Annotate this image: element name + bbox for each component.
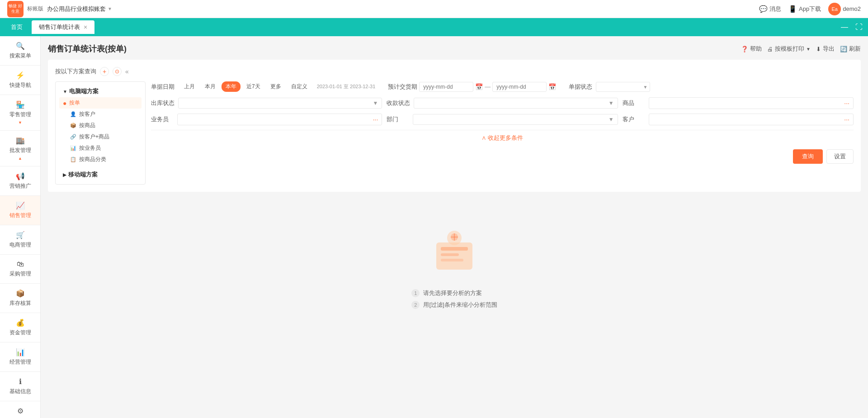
- top-bar-left: 畅捷 好生意 标账版 办公用品行业模拟账套 ▼: [7, 1, 112, 17]
- template-print-button[interactable]: 🖨 按模板打印 ▼: [767, 45, 811, 53]
- chevron-down-icon: ▼: [806, 47, 811, 52]
- svg-rect-3: [441, 259, 463, 261]
- receipt-status-dropdown-icon: ▼: [609, 100, 614, 106]
- scheme-item-by-salesman[interactable]: 📊 按业务员: [59, 142, 142, 154]
- date-btn-more[interactable]: 更多: [266, 81, 285, 92]
- sidebar-item-marketing[interactable]: 📢 营销推广: [0, 166, 40, 196]
- sidebar-item-search[interactable]: 🔍 搜索菜单: [0, 36, 40, 66]
- date-range-text: 2023-01-01 至 2023-12-31: [317, 83, 376, 90]
- help-icon: ❓: [741, 46, 748, 52]
- expected-date-label: 预计交货期: [388, 83, 417, 91]
- logo: 畅捷 好生意: [7, 1, 24, 17]
- content-area: 销售订单统计表(按单) ❓ 帮助 🖨 按模板打印 ▼ ⬇ 导出 🔄 刷新: [41, 36, 868, 418]
- tab-bar-actions: — ⛶: [839, 21, 864, 33]
- triangle-right-icon: ▼: [63, 89, 67, 94]
- sidebar-item-finance[interactable]: 💰 资金管理: [0, 313, 40, 342]
- scheme-item-by-goods[interactable]: 📦 按商品: [59, 120, 142, 131]
- inventory-icon: 📦: [16, 289, 25, 298]
- scheme-item-by-customer-goods[interactable]: 🔗 按客户+商品: [59, 131, 142, 142]
- customer-select[interactable]: ···: [649, 114, 854, 125]
- maximize-button[interactable]: ⛶: [854, 21, 864, 33]
- salesman-more-icon[interactable]: ···: [373, 116, 378, 123]
- app-dropdown[interactable]: 办公用品行业模拟账套 ▼: [47, 5, 112, 13]
- dept-select[interactable]: ▼: [413, 114, 618, 125]
- empty-illustration: [427, 224, 481, 280]
- empty-tips: 1 请先选择要分析的方案 2 用[过滤]条件来缩小分析范围: [411, 289, 497, 309]
- date-btn-last-month[interactable]: 上月: [180, 81, 199, 92]
- goods-more-icon[interactable]: ···: [844, 100, 849, 107]
- setting-button[interactable]: 设置: [826, 149, 854, 164]
- print-icon: 🖨: [767, 46, 773, 52]
- calendar-end-icon[interactable]: 📅: [548, 83, 556, 90]
- status-label: 单据状态: [569, 83, 592, 91]
- tab-close-button[interactable]: ×: [84, 24, 87, 31]
- salesman-item: 业务员 ···: [151, 114, 382, 125]
- status-select[interactable]: [596, 82, 650, 92]
- scheme-item-by-customer[interactable]: 👤 按客户: [59, 109, 142, 120]
- date-btn-this-month[interactable]: 本月: [201, 81, 220, 92]
- date-shortcuts: 上月 本月 本年 近7天 更多 自定义: [180, 81, 311, 92]
- expected-date-end-input[interactable]: [492, 82, 547, 92]
- goods-select[interactable]: ···: [649, 97, 854, 109]
- scheme-item-by-category[interactable]: 📋 按商品分类: [59, 154, 142, 165]
- tab-bar: 首页 销售订单统计表 × — ⛶: [0, 18, 868, 36]
- user-profile[interactable]: Ea demo2: [828, 3, 861, 15]
- sidebar-item-ecommerce[interactable]: 🛒 电商管理: [0, 225, 40, 255]
- expected-date-group: 预计交货期 📅 — 📅: [388, 82, 556, 92]
- sidebar-item-inventory[interactable]: 📦 库存核算: [0, 284, 40, 313]
- filter-grid-row1: 出库状态 ▼ 收款状态 ▼: [151, 97, 854, 109]
- page-title: 销售订单统计表(按单): [48, 43, 127, 54]
- scheme-edit-button[interactable]: ⊙: [113, 67, 122, 76]
- collapse-row[interactable]: ∧ 收起更多条件: [151, 130, 854, 146]
- sidebar-item-wholesale[interactable]: 🏬 批发管理 ▲: [0, 131, 40, 166]
- order-icon: ●: [63, 100, 66, 107]
- export-icon: ⬇: [816, 46, 821, 52]
- help-button[interactable]: ❓ 帮助: [741, 45, 762, 53]
- message-button[interactable]: 💬 消息: [759, 5, 781, 13]
- sidebar-item-basic-info[interactable]: ℹ 基础信息: [0, 372, 40, 401]
- customer-icon: 👤: [70, 111, 76, 117]
- refresh-button[interactable]: 🔄 刷新: [840, 45, 861, 53]
- sidebar-item-quick-nav[interactable]: ⚡ 快捷导航: [0, 66, 40, 95]
- sidebar-item-system[interactable]: ⚙ 系统管理: [0, 401, 40, 418]
- date-btn-custom[interactable]: 自定义: [287, 81, 311, 92]
- scheme-add-button[interactable]: +: [100, 67, 109, 76]
- link-icon: 🔗: [70, 134, 76, 140]
- customer-more-icon[interactable]: ···: [844, 116, 849, 123]
- sidebar: 🔍 搜索菜单 ⚡ 快捷导航 🏪 零售管理 ▼ 🏬 批发管理 ▲ 📢 营销推广 📈…: [0, 36, 41, 418]
- sidebar-item-retail[interactable]: 🏪 零售管理 ▼: [0, 95, 40, 131]
- date-btn-this-year[interactable]: 本年: [222, 81, 241, 92]
- avatar: Ea: [828, 3, 841, 15]
- query-button[interactable]: 查询: [793, 149, 823, 164]
- sidebar-item-sales[interactable]: 📈 销售管理: [0, 196, 40, 225]
- minimize-button[interactable]: —: [839, 21, 850, 33]
- calendar-start-icon[interactable]: 📅: [475, 83, 483, 90]
- finance-icon: 💰: [16, 318, 25, 327]
- out-status-select[interactable]: ▼: [178, 98, 382, 109]
- export-button[interactable]: ⬇ 导出: [816, 45, 835, 53]
- expected-date-start-input[interactable]: [419, 82, 473, 92]
- sidebar-item-operations[interactable]: 📊 经营管理: [0, 342, 40, 372]
- page-header: 销售订单统计表(按单) ❓ 帮助 🖨 按模板打印 ▼ ⬇ 导出 🔄 刷新: [48, 43, 861, 54]
- receipt-status-select[interactable]: ▼: [414, 98, 618, 109]
- top-bar-right: 💬 消息 📱 App下载 Ea demo2: [759, 3, 861, 15]
- scheme-collapse-button[interactable]: «: [125, 68, 129, 75]
- nav-icon: ⚡: [16, 71, 25, 80]
- goods-icon: 📦: [70, 123, 76, 128]
- pc-category[interactable]: ▼ 电脑端方案: [59, 86, 142, 97]
- date-btn-last-7-days[interactable]: 近7天: [242, 81, 264, 92]
- filter-body: ▼ 电脑端方案 ● 按单 👤 按客户 📦 按商品: [55, 81, 854, 185]
- chevron-down-icon: ▼: [108, 6, 112, 11]
- empty-svg-icon: [427, 224, 481, 279]
- mobile-category[interactable]: ▶ 移动端方案: [59, 169, 142, 180]
- scheme-label: 按以下方案查询: [55, 67, 96, 76]
- tab-home[interactable]: 首页: [4, 20, 30, 34]
- sidebar-item-purchase[interactable]: 🛍 采购管理: [0, 255, 40, 284]
- app-download-button[interactable]: 📱 App下载: [788, 5, 821, 13]
- app-subtitle: 标账版: [27, 5, 43, 13]
- tab-sales-order-stats[interactable]: 销售订单统计表 ×: [32, 20, 94, 34]
- salesman-select[interactable]: ···: [177, 114, 382, 125]
- out-status-label: 出库状态: [151, 99, 175, 107]
- scheme-item-by-order[interactable]: ● 按单: [59, 97, 142, 109]
- info-icon: ℹ: [19, 377, 22, 386]
